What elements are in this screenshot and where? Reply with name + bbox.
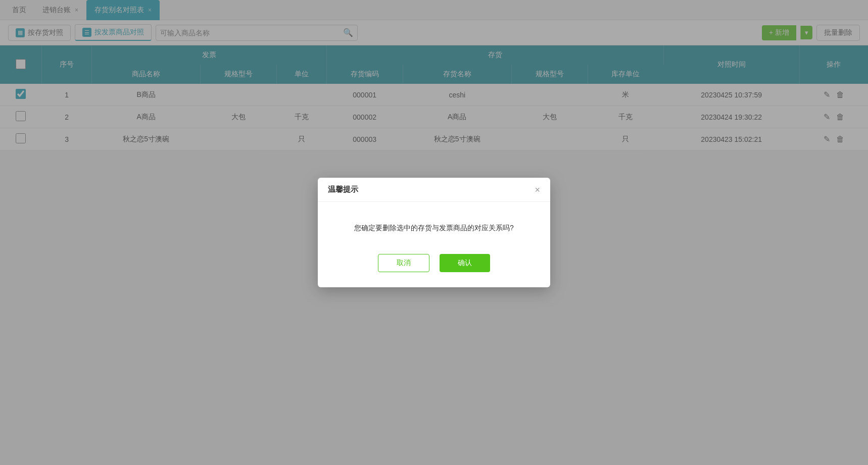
dialog-overlay: 温馨提示 × 您确定要删除选中的存货与发票商品的对应关系吗? 取消 确认 [0,0,868,150]
